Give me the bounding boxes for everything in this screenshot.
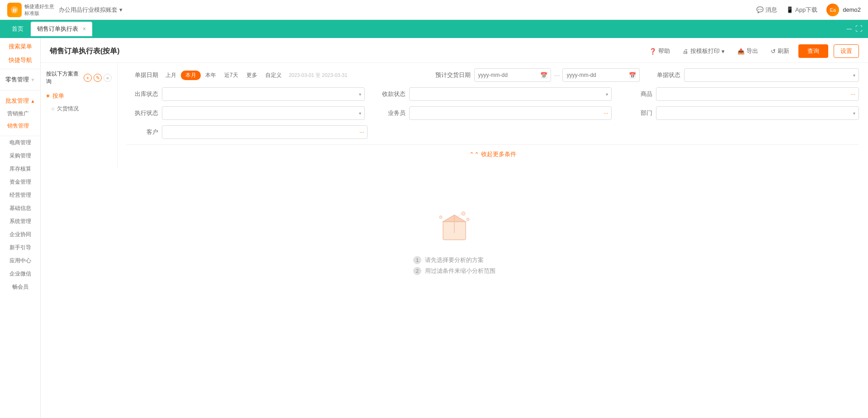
template-print-button[interactable]: 🖨 按模板打印 ▾: [679, 45, 728, 57]
outbound-label: 出库状态: [127, 90, 158, 98]
sidebar: 搜索菜单 快捷导航 零售管理 ▼ 批发管理 ▲ 营销推广 销售管理 电商管理 采…: [0, 38, 41, 418]
dept-select[interactable]: [656, 106, 859, 120]
tip-text-1: 请先选择要分析的方案: [425, 256, 484, 264]
goods-input[interactable]: [656, 87, 859, 101]
filter-area: 按以下方案查询 + ✎ « 按单 欠货情况: [41, 63, 868, 167]
sidebar-wholesale-arrow: ▲: [31, 99, 35, 104]
sidebar-retail-label: 零售管理: [5, 76, 29, 84]
print-icon: 🖨: [683, 48, 689, 55]
sidebar-item-basic-info[interactable]: 基础信息: [0, 202, 40, 215]
export-button[interactable]: 📤 导出: [734, 45, 762, 57]
date-tab-本年[interactable]: 本年: [202, 71, 220, 80]
help-button[interactable]: ❓ 帮助: [646, 45, 674, 57]
sidebar-item-marketing[interactable]: 营销推广: [0, 108, 40, 120]
sidebar-item-inventory[interactable]: 库存核算: [0, 162, 40, 176]
tab-home[interactable]: 首页: [5, 22, 30, 36]
sidebar-item-sales-mgmt[interactable]: 销售管理: [0, 120, 40, 132]
pred-date-from-input[interactable]: [474, 68, 552, 82]
sidebar-sales-label: 销售管理: [7, 122, 29, 130]
goods-label: 商品: [621, 90, 652, 98]
export-icon: 📤: [737, 48, 745, 55]
collapse-panel-button[interactable]: «: [104, 74, 112, 82]
date-tab-自定义[interactable]: 自定义: [262, 71, 285, 80]
date-sep: —: [554, 72, 560, 79]
filter-row-4: 客户 ···: [127, 125, 859, 139]
svg-point-6: [462, 212, 465, 215]
salesperson-group: 业务员 ···: [374, 106, 612, 120]
tab-minimize-btn[interactable]: ─: [847, 25, 852, 33]
salesperson-input[interactable]: [409, 106, 612, 120]
help-icon: ❓: [649, 48, 656, 55]
collection-select[interactable]: [409, 87, 612, 101]
date-tab-本月[interactable]: 本月: [181, 71, 201, 80]
date-tab-上月[interactable]: 上月: [162, 71, 180, 80]
tab-close-icon[interactable]: ×: [83, 26, 86, 32]
sidebar-item-purchase[interactable]: 采购管理: [0, 149, 40, 162]
app-logo-icon: 好: [7, 3, 22, 17]
page-actions: ❓ 帮助 🖨 按模板打印 ▾ 📤 导出 ↺ 刷新: [646, 44, 859, 58]
collapse-more-btn[interactable]: ⌃⌃ 收起更多条件: [464, 148, 522, 160]
sidebar-item-quick-nav[interactable]: 快捷导航: [0, 53, 40, 69]
collapse-up-icon: ⌃⌃: [469, 151, 479, 158]
filter-right-panel: 单据日期 上月 本月 本年 近7天 更多 自定义 2023-03-01 至 20…: [118, 63, 868, 167]
top-header: 好 畅捷通好生意 标准版 办公用品行业模拟账套 ▾ 💬 消息 📱 App下载 E…: [0, 0, 868, 20]
tab-sales-order-exec-label: 销售订单执行表: [37, 25, 78, 33]
salesperson-label: 业务员: [374, 109, 406, 117]
customer-input[interactable]: [162, 125, 368, 139]
sidebar-item-wholesale-mgmt[interactable]: 批发管理 ▲: [0, 94, 40, 108]
date-tab-近7天[interactable]: 近7天: [221, 71, 242, 80]
collection-group: 收款状态 ▾: [374, 87, 612, 101]
edit-plan-button[interactable]: ✎: [94, 74, 102, 82]
user-area[interactable]: Ea demo2: [826, 4, 861, 16]
sidebar-group-retail: 零售管理 ▼: [0, 69, 40, 90]
plan-item-欠货情况[interactable]: 欠货情况: [41, 103, 117, 115]
avatar: Ea: [826, 4, 839, 16]
sidebar-item-system[interactable]: 系统管理: [0, 215, 40, 228]
status-select[interactable]: [684, 68, 859, 82]
refresh-button[interactable]: ↺ 刷新: [767, 45, 793, 57]
nav-title[interactable]: 办公用品行业模拟账套 ▾: [59, 6, 123, 14]
sidebar-item-vip[interactable]: 畅会员: [0, 280, 40, 294]
add-plan-button[interactable]: +: [84, 74, 92, 82]
sidebar-item-ecommerce[interactable]: 电商管理: [0, 136, 40, 149]
exec-control: ▾: [162, 106, 365, 120]
sidebar-item-wechat[interactable]: 企业微信: [0, 267, 40, 280]
message-button[interactable]: 💬 消息: [756, 6, 777, 14]
sidebar-item-search-menu[interactable]: 搜索菜单: [0, 38, 40, 53]
sidebar-item-new-guide[interactable]: 新手引导: [0, 241, 40, 254]
collection-control: ▾: [409, 87, 612, 101]
dept-control: ▾: [656, 106, 859, 120]
sidebar-item-retail-mgmt[interactable]: 零售管理 ▼: [0, 73, 40, 86]
tab-sales-order-exec[interactable]: 销售订单执行表 ×: [31, 22, 92, 36]
app-download-button[interactable]: 📱 App下载: [786, 6, 817, 14]
tip-text-2: 用过滤条件来缩小分析范围: [425, 267, 495, 275]
empty-state: 1 请先选择要分析的方案 2 用过滤条件来缩小分析范围: [41, 167, 868, 311]
pred-date-group: 预计交货日期 📅 — 📅: [430, 68, 640, 82]
goods-group: 商品 ···: [621, 87, 859, 101]
sidebar-item-app-center[interactable]: 应用中心: [0, 254, 40, 267]
tip-num-1: 1: [413, 256, 421, 264]
query-button[interactable]: 查询: [798, 44, 828, 58]
sidebar-item-operations[interactable]: 经营管理: [0, 189, 40, 202]
nav-dropdown-icon[interactable]: ▾: [119, 6, 123, 13]
sidebar-item-finance[interactable]: 资金管理: [0, 176, 40, 189]
pred-date-label: 预计交货日期: [430, 71, 471, 79]
outbound-group: 出库状态 ▾: [127, 87, 365, 101]
collapse-label: 收起更多条件: [481, 150, 516, 158]
goods-control: ···: [656, 87, 859, 101]
date-tab-更多[interactable]: 更多: [243, 71, 261, 80]
goods-more-btn[interactable]: ···: [851, 91, 855, 97]
tab-expand-btn[interactable]: ⛶: [855, 25, 863, 33]
salesperson-more-btn[interactable]: ···: [604, 110, 608, 116]
sidebar-item-enterprise[interactable]: 企业协同: [0, 228, 40, 241]
customer-more-btn[interactable]: ···: [359, 129, 364, 135]
customer-control: ···: [162, 125, 368, 139]
outbound-select[interactable]: [162, 87, 365, 101]
plan-item-按单[interactable]: 按单: [41, 89, 117, 103]
svg-point-8: [439, 216, 442, 218]
collapse-row: ⌃⌃ 收起更多条件: [127, 144, 859, 162]
settings-button[interactable]: 设置: [834, 44, 859, 58]
exec-select[interactable]: [162, 106, 365, 120]
svg-text:好: 好: [12, 8, 17, 13]
pred-date-to-input[interactable]: [562, 68, 640, 82]
